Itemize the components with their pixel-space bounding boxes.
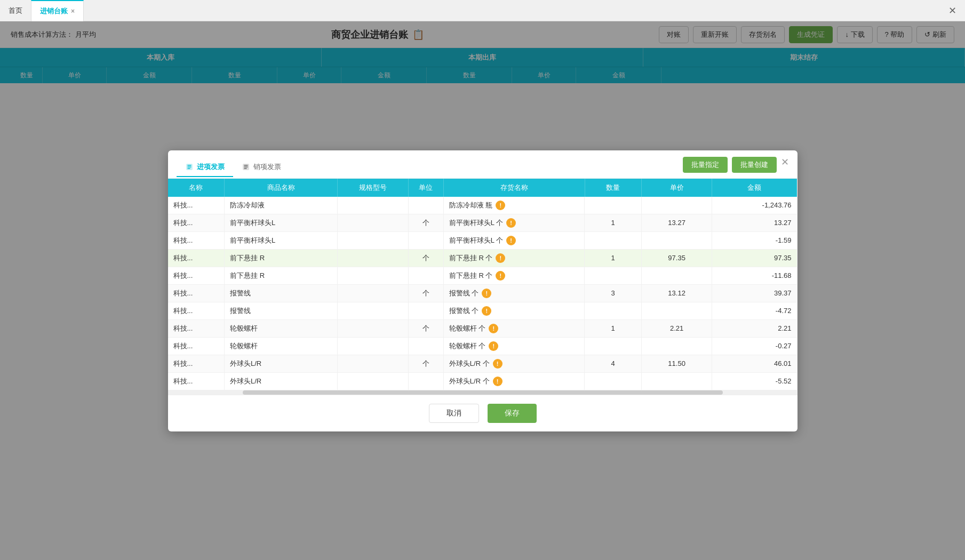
table-row: 科技...外球头L/R外球头L/R 个!-5.52 [168, 372, 797, 390]
tab-home[interactable]: 首页 [0, 0, 31, 21]
invoice-table: 名称 商品名称 规格型号 单位 存货名称 数量 单价 金额 科技... [168, 179, 797, 390]
modal-close-button[interactable]: ✕ [781, 157, 789, 172]
in-invoice-icon [185, 163, 194, 171]
warning-icon: ! [493, 377, 503, 386]
in-invoice-label: 进项发票 [197, 162, 225, 172]
table-row: 科技...轮毂螺杆个轮毂螺杆 个!12.212.21 [168, 319, 797, 337]
table-scroll-area[interactable]: 名称 商品名称 规格型号 单位 存货名称 数量 单价 金额 科技... [168, 179, 797, 390]
warning-icon: ! [506, 218, 516, 228]
modal-header-actions: 批量指定 批量创建 ✕ [683, 157, 789, 178]
table-row: 科技...报警线个报警线 个!313.1239.37 [168, 284, 797, 302]
col-product: 商品名称 [225, 179, 338, 197]
horizontal-scrollbar[interactable] [168, 390, 797, 395]
modal-tabs: 进项发票 销项发票 [177, 158, 290, 177]
tab-active-label: 进销台账 [40, 6, 68, 16]
modal-header: 进项发票 销项发票 批量指定 批量创建 [168, 150, 797, 179]
warning-icon: ! [489, 341, 498, 351]
tab-close-icon[interactable]: × [71, 7, 75, 15]
col-spec: 规格型号 [338, 179, 409, 197]
warning-icon: ! [489, 324, 498, 333]
out-invoice-icon [242, 163, 250, 171]
batch-create-button[interactable]: 批量创建 [732, 157, 777, 173]
warning-icon: ! [506, 236, 516, 245]
modal-body: 名称 商品名称 规格型号 单位 存货名称 数量 单价 金额 科技... [168, 179, 797, 395]
col-name: 名称 [168, 179, 225, 197]
warning-icon: ! [482, 289, 491, 298]
table-row: 科技...报警线报警线 个!-4.72 [168, 302, 797, 319]
col-unit: 单位 [408, 179, 443, 197]
save-button[interactable]: 保存 [488, 404, 537, 423]
window-close-button[interactable]: ✕ [948, 5, 956, 17]
modal-dialog: 进项发票 销项发票 批量指定 批量创建 [168, 150, 797, 431]
col-inv-name: 存货名称 [443, 179, 585, 197]
modal-overlay: 进项发票 销项发票 批量指定 批量创建 [0, 21, 965, 560]
warning-icon: ! [496, 253, 505, 263]
col-unit-price: 单价 [641, 179, 712, 197]
tab-home-label: 首页 [9, 6, 22, 15]
warning-icon: ! [482, 306, 491, 316]
table-row: 科技...轮毂螺杆轮毂螺杆 个!-0.27 [168, 337, 797, 355]
warning-icon: ! [496, 271, 505, 281]
table-row: 科技...前平衡杆球头L前平衡杆球头L 个!-1.59 [168, 231, 797, 249]
table-row: 科技...前平衡杆球头L个前平衡杆球头L 个!113.2713.27 [168, 214, 797, 231]
tab-in-invoice[interactable]: 进项发票 [177, 158, 233, 177]
col-amount: 金额 [712, 179, 797, 197]
table-row: 科技...前下悬挂 R个前下悬挂 R 个!197.3597.35 [168, 249, 797, 267]
modal-footer: 取消 保存 [168, 395, 797, 431]
tab-out-invoice[interactable]: 销项发票 [233, 158, 290, 177]
table-row: 科技...防冻冷却液防冻冷却液 瓶!-1,243.76 [168, 197, 797, 214]
table-row: 科技...外球头L/R个外球头L/R 个!411.5046.01 [168, 355, 797, 372]
out-invoice-label: 销项发票 [253, 162, 281, 172]
warning-icon: ! [496, 201, 505, 210]
scrollbar-thumb [243, 390, 723, 395]
tab-active[interactable]: 进销台账 × [31, 0, 84, 21]
batch-assign-button[interactable]: 批量指定 [683, 157, 728, 173]
col-quantity: 数量 [585, 179, 641, 197]
table-row: 科技...前下悬挂 R前下悬挂 R 个!-11.68 [168, 267, 797, 284]
warning-icon: ! [493, 359, 503, 369]
cancel-button[interactable]: 取消 [429, 404, 479, 423]
